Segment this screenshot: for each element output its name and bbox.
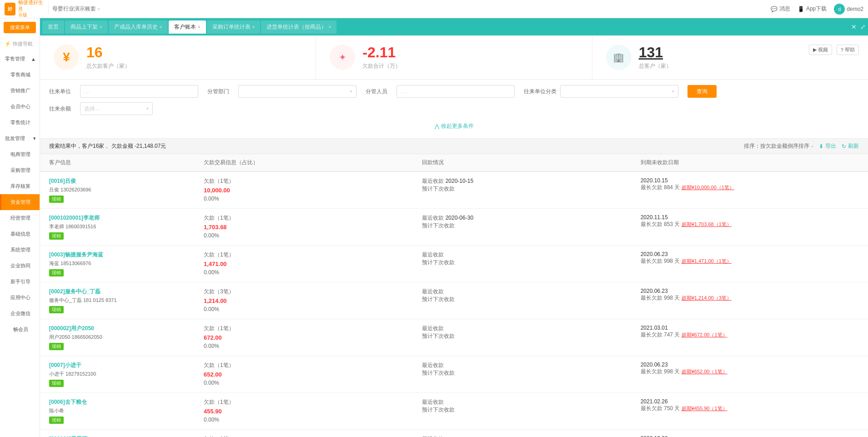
video-icon: ▶	[813, 47, 817, 53]
retail-shop-label: 零售商城	[10, 71, 30, 78]
customer-contact-4: 用户2050 18665062050	[49, 334, 204, 341]
sidebar-item-new-guide[interactable]: 新手引导	[0, 274, 40, 290]
stats-bar: ¥ 16 总欠款客户（家） ✦ -2.11 欠款合计（万）	[40, 35, 868, 80]
marketing-label: 营销推广	[10, 87, 30, 94]
query-btn[interactable]: 查询	[687, 85, 717, 98]
help-icon: ?	[841, 47, 843, 53]
due-date-4: 2021.03.01	[641, 325, 859, 331]
refresh-btn[interactable]: ↻ 刷新	[842, 142, 859, 150]
overdue-amount-2[interactable]: 超期¥1,471.00（1笔）	[682, 258, 732, 264]
customer-name-1[interactable]: [0001020001]李老师	[49, 214, 204, 222]
debt-info-cell-0: 欠款（1笔） 10,000.00 0.00%	[204, 177, 422, 202]
search-menu-btn[interactable]: 搜索菜单	[4, 22, 36, 33]
from-unit-input[interactable]: ...	[80, 85, 198, 98]
balance-label: 往来余额	[49, 105, 76, 113]
maximize-icon[interactable]: ⤢	[860, 23, 866, 30]
export-btn[interactable]: ⬇ 导出	[819, 142, 836, 150]
user-avatar-btn[interactable]: d demo2	[834, 4, 863, 15]
debt-amount-6: 455.90	[204, 408, 422, 415]
sidebar-item-stock[interactable]: 库存核算	[0, 178, 40, 194]
tab-home[interactable]: 首页	[42, 20, 64, 34]
overdue-amount-3[interactable]: 超期¥1,214.00（3笔）	[682, 295, 732, 301]
customer-info-cell-1: [0001020001]李老师 李老师 18600391516 现销	[49, 214, 204, 240]
dept-label: 分管部门	[207, 88, 235, 95]
sidebar-item-batch-mgmt[interactable]: 批发管理 ▾	[0, 131, 40, 146]
industry-label[interactable]: 母婴行业演示账套 ▾	[52, 5, 100, 13]
recovery-cell-7: 最近收款 预计下次收款	[422, 435, 640, 437]
tab-customer-account[interactable]: 客户账本 ×	[169, 20, 206, 34]
avatar: d	[834, 4, 845, 15]
sidebar-item-marketing[interactable]: 营销推广	[0, 83, 40, 99]
debt-percent-0: 0.00%	[204, 196, 422, 202]
sort-selector[interactable]: 排序：按欠款金额倒序排序 ▾	[744, 142, 813, 150]
debt-info-cell-3: 欠款（3笔） 1,214.00 0.00%	[204, 288, 422, 312]
customer-info-cell-4: [000002]用户2050 用户2050 18665062050 现销	[49, 325, 204, 350]
sidebar-item-system[interactable]: 系统管理	[0, 242, 40, 258]
debt-label-2: 欠款（1笔）	[204, 251, 422, 259]
due-date-3: 2020.06.23	[641, 288, 859, 294]
industry-dropdown-icon: ▾	[98, 7, 100, 11]
balance-dropdown-icon: ▾	[146, 106, 149, 111]
tab-close-purchase-stats[interactable]: ×	[328, 25, 331, 30]
sidebar-item-enterprise-coop[interactable]: 企业协同	[0, 258, 40, 274]
sidebar-item-retail-mgmt[interactable]: 零售管理 ▲	[0, 51, 40, 67]
tab-purchase-stats[interactable]: 进货单统计表（按商品） ×	[261, 20, 336, 34]
customer-name-7[interactable]: [000001]黄思源	[49, 435, 204, 437]
dept-select[interactable]: ▾	[238, 85, 356, 98]
overdue-amount-0[interactable]: 超期¥10,000.00（1笔）	[682, 185, 734, 190]
due-date-cell-4: 2021.03.01 最长欠款 747 天 超期¥672.00（1笔）	[641, 325, 859, 339]
sidebar-item-operations[interactable]: 经营管理	[0, 210, 40, 226]
customer-name-2[interactable]: [0003]畅捷服务尹海蓝	[49, 251, 204, 259]
sidebar-item-pro-member[interactable]: 畅会员	[0, 321, 40, 337]
unit-category-select[interactable]: ▾	[560, 85, 678, 98]
debt-info-cell-4: 欠款（1笔） 672.00 0.00%	[204, 325, 422, 349]
close-all-tabs-icon[interactable]: ✕	[851, 23, 857, 30]
customer-tag-4: 现销	[49, 343, 64, 350]
customer-name-5[interactable]: [0007]小进干	[49, 362, 204, 369]
sidebar-item-finance[interactable]: 资金管理	[0, 194, 40, 210]
collapse-btn[interactable]: ⋀ 收起更多条件	[435, 120, 474, 133]
message-btn[interactable]: 💬 消息	[771, 5, 790, 13]
customer-name-0[interactable]: [0016]吕俊	[49, 177, 204, 185]
sidebar-item-retail-stats[interactable]: 零售统计	[0, 115, 40, 131]
sidebar-item-basic-info[interactable]: 基础信息	[0, 226, 40, 242]
filter-unit-category: 往来单位分类 ▾	[524, 85, 678, 98]
sidebar-item-enterprise-wechat[interactable]: 企业微信	[0, 306, 40, 321]
due-date-7: 2020.12.30	[641, 435, 859, 437]
app-download-btn[interactable]: 📱 App下载	[798, 5, 827, 13]
tab-product-history[interactable]: 产成品入库单历史 ×	[109, 20, 168, 34]
overdue-amount-6[interactable]: 超期¥455.90（1笔）	[682, 406, 728, 411]
debt-amount-label: 欠款合计（万）	[362, 62, 401, 70]
overdue-days-2: 最长欠款 998 天 超期¥1,471.00（1笔）	[641, 257, 859, 265]
customer-name-4[interactable]: [000002]用户2050	[49, 325, 204, 332]
customer-info-cell-2: [0003]畅捷服务尹海蓝 海蓝 18513066976 现销	[49, 251, 204, 276]
table-row: [000001]黄思源 黄思源 13552700226 现销 欠款（1笔） 42…	[40, 430, 868, 437]
tab-close-product-history[interactable]: ×	[160, 25, 162, 30]
customer-name-6[interactable]: [0006]去下粮仓	[49, 398, 204, 406]
sidebar-item-purchase[interactable]: 采购管理	[0, 162, 40, 178]
app-icon: 📱	[798, 6, 804, 12]
tab-close-customer-account[interactable]: ×	[198, 25, 201, 30]
overdue-amount-4[interactable]: 超期¥672.00（1笔）	[682, 332, 728, 337]
help-btn[interactable]: ? 帮助	[837, 45, 859, 55]
tab-product-shelf[interactable]: 商品上下架 ×	[65, 20, 108, 34]
balance-select[interactable]: 选择... ▾	[80, 102, 153, 115]
overdue-amount-5[interactable]: 超期¥652.00（1笔）	[682, 369, 728, 374]
debt-percent-2: 0.00%	[204, 269, 422, 276]
manager-input[interactable]: ...	[396, 85, 515, 98]
sidebar-item-app-center[interactable]: 应用中心	[0, 290, 40, 306]
sidebar-item-retail-shop[interactable]: 零售商城	[0, 67, 40, 83]
customer-name-3[interactable]: [0002]服务中心_丁磊	[49, 288, 204, 296]
sort-label: 排序：按欠款金额倒序排序	[744, 142, 809, 150]
sidebar-nav: 零售管理 ▲ 零售商城 营销推广 会员中心 零售统计 批发管理 ▾	[0, 51, 40, 337]
due-date-cell-6: 2021.02.26 最长欠款 750 天 超期¥455.90（1笔）	[641, 398, 859, 412]
tab-close-product-shelf[interactable]: ×	[100, 25, 102, 30]
refresh-icon: ↻	[842, 143, 846, 150]
debt-amount-3: 1,214.00	[204, 297, 422, 304]
overdue-amount-1[interactable]: 超期¥1,703.68（1笔）	[682, 221, 732, 227]
sidebar-item-member[interactable]: 会员中心	[0, 99, 40, 115]
tab-close-purchase-order[interactable]: ×	[252, 25, 255, 30]
video-help-btn[interactable]: ▶ 视频	[809, 45, 832, 55]
tab-purchase-order[interactable]: 采购订单统计表 ×	[207, 20, 261, 34]
sidebar-item-ecommerce[interactable]: 电商管理	[0, 146, 40, 162]
